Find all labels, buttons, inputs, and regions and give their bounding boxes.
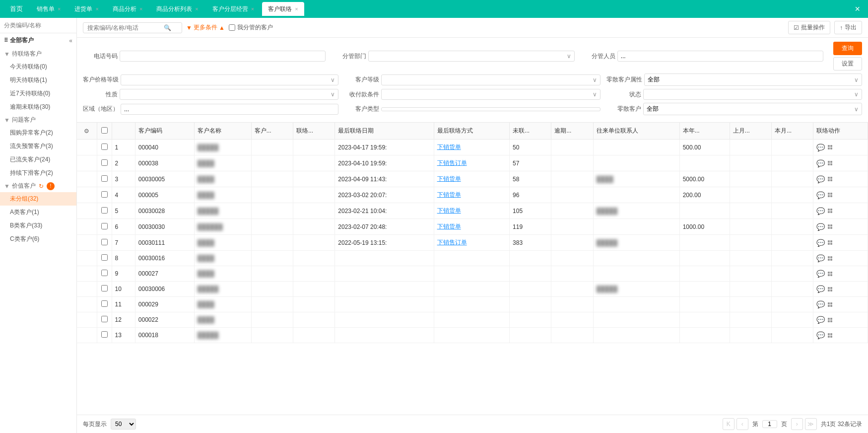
my-customers-checkbox[interactable] bbox=[229, 24, 235, 31]
contact-method-link-0[interactable]: 下销货单 bbox=[437, 144, 461, 150]
nav-tab-sales[interactable]: 销售单 × bbox=[31, 2, 67, 16]
message-icon-8[interactable]: 💬 bbox=[816, 270, 825, 278]
contact-method-link-4[interactable]: 下销货单 bbox=[437, 207, 461, 214]
batch-operation-button[interactable]: ☑ 批量操作 bbox=[788, 21, 830, 34]
row-checkbox-9[interactable] bbox=[101, 285, 108, 291]
grid-icon-0[interactable] bbox=[828, 145, 832, 149]
contact-method-link-1[interactable]: 下销售订单 bbox=[437, 159, 467, 166]
row-checkbox-1[interactable] bbox=[101, 159, 108, 166]
th-last-contact-method[interactable]: 最后联络方式 bbox=[434, 123, 509, 140]
grid-icon-9[interactable] bbox=[828, 287, 832, 291]
nav-tab-product-list[interactable]: 商品分析列表 × bbox=[150, 2, 204, 16]
message-icon-6[interactable]: 💬 bbox=[816, 239, 825, 247]
filter-customer-level-select[interactable]: ∨ bbox=[381, 74, 600, 85]
message-icon-4[interactable]: 💬 bbox=[816, 207, 825, 215]
message-icon-9[interactable]: 💬 bbox=[816, 285, 825, 293]
row-checkbox-2[interactable] bbox=[101, 175, 108, 182]
message-icon-7[interactable]: 💬 bbox=[816, 254, 825, 262]
sidebar-item-class-a[interactable]: A类客户(1) bbox=[0, 206, 76, 219]
th-not-contacted[interactable]: 未联... bbox=[510, 123, 551, 140]
contact-method-link-2[interactable]: 下销货单 bbox=[437, 175, 461, 182]
th-this-month[interactable]: 本月... bbox=[772, 123, 813, 140]
th-contact[interactable]: 联络... bbox=[293, 123, 335, 140]
filter-status-select[interactable]: ∨ bbox=[643, 89, 862, 100]
row-checkbox-11[interactable] bbox=[101, 316, 108, 322]
filter-customer-type-select[interactable] bbox=[381, 107, 600, 111]
th-overdue[interactable]: 逾期... bbox=[551, 123, 593, 140]
sidebar-item-today[interactable]: 今天待联络(0) bbox=[0, 60, 76, 73]
nav-home-tab[interactable]: 首页 bbox=[4, 4, 29, 13]
nav-tab-customer-segment[interactable]: 客户分层经营 × bbox=[206, 2, 260, 16]
per-page-select[interactable]: 50 20 100 bbox=[111, 419, 136, 430]
grid-icon-1[interactable] bbox=[828, 161, 832, 165]
contact-method-link-3[interactable]: 下销货单 bbox=[437, 191, 461, 198]
filter-search-icon[interactable]: 🔍 bbox=[164, 24, 171, 31]
nav-tab-customer-segment-close[interactable]: × bbox=[251, 6, 254, 12]
th-action[interactable]: 联络动作 bbox=[813, 123, 868, 140]
message-icon-11[interactable]: 💬 bbox=[816, 316, 825, 324]
message-icon-1[interactable]: 💬 bbox=[816, 159, 825, 167]
query-button[interactable]: 查询 bbox=[833, 42, 862, 55]
filter-price-level-select[interactable]: ∨ bbox=[121, 74, 338, 85]
sidebar-item-class-b[interactable]: B类客户(33) bbox=[0, 219, 76, 232]
grid-icon-8[interactable] bbox=[828, 272, 832, 276]
th-this-year[interactable]: 本年... bbox=[679, 123, 730, 140]
filter-scatter-attr-select[interactable]: 全部 ∨ bbox=[644, 73, 862, 86]
nav-tab-customer-contact[interactable]: 客户联络 × bbox=[262, 2, 304, 16]
message-icon-5[interactable]: 💬 bbox=[816, 223, 825, 231]
nav-tab-purchase[interactable]: 进货单 × bbox=[68, 2, 104, 16]
th-settings[interactable]: ⚙ bbox=[77, 123, 97, 140]
filter-search-input[interactable] bbox=[87, 24, 162, 31]
nav-tab-sales-close[interactable]: × bbox=[58, 6, 61, 12]
prev-page-button[interactable]: ‹ bbox=[736, 418, 748, 430]
row-checkbox-3[interactable] bbox=[101, 191, 108, 198]
grid-icon-3[interactable] bbox=[828, 193, 832, 197]
nav-tab-product-analysis-close[interactable]: × bbox=[139, 6, 142, 12]
collapse-icon[interactable]: « bbox=[69, 37, 72, 44]
filter-phone-input[interactable] bbox=[120, 51, 326, 62]
grid-icon-6[interactable] bbox=[828, 240, 832, 245]
sidebar-search-input[interactable] bbox=[4, 22, 77, 29]
page-number-input[interactable] bbox=[762, 420, 777, 428]
filter-payment-select[interactable]: ∨ bbox=[381, 89, 600, 100]
filter-region-select[interactable]: ... bbox=[121, 104, 338, 115]
filter-more-button[interactable]: ▼ 更多条件 ▲ bbox=[186, 23, 225, 32]
contact-method-link-5[interactable]: 下销货单 bbox=[437, 223, 461, 230]
message-icon-10[interactable]: 💬 bbox=[816, 300, 825, 308]
next-page-button[interactable]: › bbox=[791, 418, 803, 430]
message-icon-3[interactable]: 💬 bbox=[816, 191, 825, 199]
contact-method-link-6[interactable]: 下销售订单 bbox=[437, 239, 467, 246]
close-all-button[interactable]: × bbox=[851, 4, 864, 14]
filter-scatter-customer-select[interactable]: 全部 ∨ bbox=[643, 103, 862, 115]
grid-icon-11[interactable] bbox=[828, 318, 832, 322]
reset-button[interactable]: 设置 bbox=[833, 57, 862, 71]
sidebar-item-class-c[interactable]: C类客户(6) bbox=[0, 232, 76, 246]
sidebar-item-overdue[interactable]: 逾期未联络(30) bbox=[0, 100, 76, 114]
sidebar-item-7days[interactable]: 近7天待联络(0) bbox=[0, 87, 76, 100]
filter-manager-select[interactable]: ... bbox=[617, 51, 823, 62]
message-icon-2[interactable]: 💬 bbox=[816, 175, 825, 183]
message-icon-12[interactable]: 💬 bbox=[816, 331, 825, 339]
row-checkbox-5[interactable] bbox=[101, 223, 108, 229]
grid-icon-5[interactable] bbox=[828, 224, 832, 229]
row-checkbox-6[interactable] bbox=[101, 239, 108, 245]
sidebar-item-churned[interactable]: 已流失客户(24) bbox=[0, 153, 76, 166]
row-checkbox-4[interactable] bbox=[101, 207, 108, 214]
row-checkbox-12[interactable] bbox=[101, 331, 108, 338]
th-last-month[interactable]: 上月... bbox=[730, 123, 771, 140]
sidebar-item-tomorrow[interactable]: 明天待联络(1) bbox=[0, 73, 76, 87]
grid-icon-2[interactable] bbox=[828, 177, 832, 181]
sidebar-item-ungrouped[interactable]: 未分组(32) bbox=[0, 192, 76, 206]
last-page-button[interactable]: ≫ bbox=[805, 418, 817, 430]
nav-tab-customer-contact-close[interactable]: × bbox=[295, 6, 298, 12]
sidebar-item-declining[interactable]: 持续下滑客户(2) bbox=[0, 166, 76, 180]
sidebar-item-churn-warning[interactable]: 流失预警客户(3) bbox=[0, 140, 76, 153]
first-page-button[interactable]: K bbox=[723, 418, 734, 430]
th-unit-contact[interactable]: 往来单位联系人 bbox=[593, 123, 679, 140]
row-checkbox-10[interactable] bbox=[101, 300, 108, 307]
th-code[interactable]: 客户编码 bbox=[135, 123, 194, 140]
th-name[interactable]: 客户名称 bbox=[194, 123, 251, 140]
grid-icon-4[interactable] bbox=[828, 209, 832, 213]
row-checkbox-8[interactable] bbox=[101, 270, 108, 276]
th-last-contact-date[interactable]: 最后联络日期 bbox=[335, 123, 434, 140]
